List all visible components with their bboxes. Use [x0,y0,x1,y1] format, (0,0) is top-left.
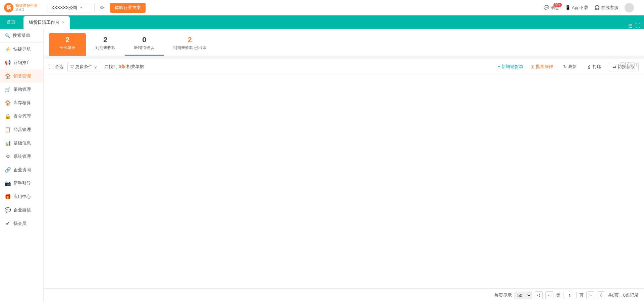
sidebar-item-marketing[interactable]: 📢 营销推广 [0,56,43,69]
membership-icon: ✔ [5,221,11,227]
sidebar-item-app-center[interactable]: 🎁 应用中心 [0,190,43,203]
switch-new-button[interactable]: ⇄ 切换新版 [609,62,639,71]
stat-num-all: 2 [58,36,76,44]
expand-icon[interactable]: ⛶ [635,23,641,29]
basic-info-icon: 📊 [5,140,11,146]
app-download-action[interactable]: 📱 App下载 [565,5,588,11]
app-center-icon: 🎁 [5,194,11,200]
sidebar-item-operation[interactable]: 📋 经营管理 [0,123,43,136]
refresh-button[interactable]: ↻ 刷新 [560,62,580,71]
settings-icon[interactable]: ⚙ [97,3,107,12]
search-icon: 🔍 [5,33,10,38]
operation-icon: 📋 [5,127,11,133]
marketing-icon: 📢 [5,60,11,66]
company-name: XXXXXX公司 [51,5,77,11]
switch-icon: ⇄ [612,64,616,69]
stat-label-pending: 旺辅待确认 [134,45,154,51]
sidebar-item-sales[interactable]: 🏠 销售管理 [0,69,43,83]
table-empty [44,75,644,288]
quick-nav-icon: ⚡ [5,46,11,52]
tab-close-icon[interactable]: × [62,20,64,25]
next-page-button[interactable]: ＞ [586,291,594,299]
avatar[interactable] [625,3,634,12]
sidebar-item-enterprise-wechat[interactable]: 💬 企业微信 [0,203,43,217]
toolbar-right: + 新增销货单 ⊞ 批量操作 ↻ 刷新 🖨 打印 ⇄ 切换新版 [498,62,639,71]
message-icon: 💬 [544,5,549,10]
select-all-checkbox[interactable] [49,65,53,69]
sidebar-item-basic-info[interactable]: 📊 基础信息 [0,136,43,150]
filter-button[interactable]: ▽ 更多条件 ∨ [67,62,100,71]
last-page-button[interactable]: ⟩⟩ [597,291,605,299]
stat-num-overdue: 2 [95,36,115,44]
add-order-button[interactable]: + 新增销货单 [498,64,523,70]
logo-icon: 畅 [4,3,13,12]
online-service-action[interactable]: 🎧 在线客服 [594,5,619,11]
mobile-icon: 📱 [565,5,571,10]
sidebar-item-system[interactable]: ⚙ 系统管理 [0,150,43,163]
message-action[interactable]: 💬 消息 99+ [544,5,559,11]
header-right: 💬 消息 99+ 📱 App下载 🎧 在线客服 [544,3,640,12]
tab-bar: 首页 钱货日清工作台 × ⊟ ⛶ [0,15,644,29]
total-info: 共0页，0条记录 [608,292,639,298]
sidebar-item-inventory[interactable]: 🏠 库存核算 [0,96,43,110]
message-badge: 99+ [553,3,562,7]
stat-label-overdue: 到期未收款 [95,45,115,51]
page-label2: 页 [579,292,584,298]
sidebar-item-quick-nav[interactable]: ⚡ 快捷导航 [0,43,43,56]
stat-num-pending: 0 [134,36,154,44]
sidebar-item-enterprise-coop[interactable]: 🔗 企业协同 [0,163,43,177]
chevron-down-icon: ▼ [79,6,83,9]
page-label: 第 [556,292,560,298]
sidebar-item-membership[interactable]: ✔ 畅会员 [0,217,43,230]
sidebar-item-finance[interactable]: 🔒 资金管理 [0,110,43,123]
enterprise-wechat-icon: 💬 [5,207,11,213]
page-input[interactable] [563,292,577,299]
toolbar: 全选 ▽ 更多条件 ∨ 共找到 0条 相关单据 + 新增销货单 ⊞ 批量操作 ↻… [44,59,644,75]
search-menu[interactable]: 🔍 搜索菜单 [0,29,43,43]
print-icon: 🖨 [587,64,591,69]
enterprise-coop-icon: 🔗 [5,167,11,173]
stat-label-overdue-shipped: 到期未收款 已出库 [173,45,206,51]
stats-tabs: 2 全部单据 2 到期未收款 0 旺辅待确认 2 到期未收款 已出库 [44,29,644,56]
print-button[interactable]: 🖨 打印 [584,62,604,71]
inventory-icon: 🏠 [5,100,11,106]
top-header: 畅 畅捷通好生意 标准版 XXXXXX公司 ▼ ⚙ 体验行业方案 💬 消息 99… [0,0,644,15]
logo-text: 畅捷通好生意 [15,3,38,8]
stat-num-overdue-shipped: 2 [173,36,206,44]
stat-tab-pending[interactable]: 0 旺辅待确认 [125,33,164,56]
stat-tab-all[interactable]: 2 全部单据 [49,33,86,56]
sidebar-item-purchase[interactable]: 🛒 采购管理 [0,83,43,96]
system-icon: ⚙ [5,154,11,160]
tab-label: 钱货日清工作台 [29,19,59,25]
headset-icon: 🎧 [594,5,600,10]
tab-active[interactable]: 钱货日清工作台 × [23,16,70,29]
trial-button[interactable]: 体验行业方案 [110,3,146,13]
tab-home[interactable]: 首页 [0,15,22,29]
filter-icon: ▽ [70,64,74,69]
found-text: 共找到 0条 相关单据 [104,64,144,70]
batch-button[interactable]: ⊞ 批量操作 [528,62,556,71]
sales-icon: 🏠 [5,73,11,79]
select-all-area[interactable]: 全选 [49,64,63,70]
guide-icon: 📷 [5,180,11,186]
first-page-button[interactable]: ⟨⟨ [535,291,543,299]
prev-page-button[interactable]: ＜ [545,291,553,299]
company-selector[interactable]: XXXXXX公司 ▼ [48,3,95,12]
chevron-icon: ∨ [94,64,97,69]
page-size-label: 每页显示 [494,292,512,298]
logo-area: 畅 畅捷通好生意 标准版 [4,3,48,12]
logo-tag: 标准版 [15,8,38,12]
table-area [44,75,644,288]
sidebar-item-guide[interactable]: 📷 新手引导 [0,177,43,190]
finance-icon: 🔒 [5,113,11,119]
page-size-select[interactable]: 50 10 20 100 [515,292,532,299]
tab-bar-right: ⊟ ⛶ [628,22,644,29]
pagination-bar: 每页显示 50 10 20 100 ⟨⟨ ＜ 第 页 ＞ ⟩⟩ 共0页，0条记录 [44,288,644,302]
sidebar: 🔍 搜索菜单 ⚡ 快捷导航 📢 营销推广 🏠 销售管理 🛒 采购管理 🏠 库存核… [0,29,44,302]
stat-tab-overdue-shipped[interactable]: 2 到期未收款 已出库 [164,33,216,56]
purchase-icon: 🛒 [5,86,11,93]
stat-label-all: 全部单据 [58,45,76,51]
minimize-icon[interactable]: ⊟ [628,22,633,29]
content-area: 2 全部单据 2 到期未收款 0 旺辅待确认 2 到期未收款 已出库 全选 [44,29,644,302]
stat-tab-overdue[interactable]: 2 到期未收款 [86,33,125,56]
